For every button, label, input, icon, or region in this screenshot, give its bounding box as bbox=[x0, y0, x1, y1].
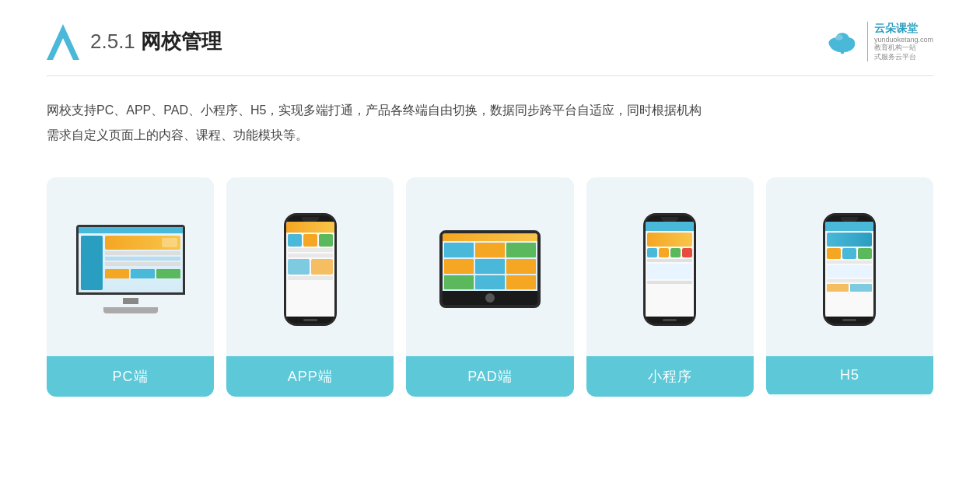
page-title: 2.5.1 网校管理 bbox=[90, 28, 222, 55]
card-h5: H5 bbox=[766, 177, 933, 397]
card-pad-label: PAD端 bbox=[406, 356, 573, 397]
brand-text: 云朵课堂 yunduoketang.com 教育机构一站 式服务云平台 bbox=[867, 22, 933, 61]
card-app-image bbox=[226, 177, 394, 356]
miniprogram-phone-mockup bbox=[643, 213, 696, 326]
yunduoke-logo-icon bbox=[825, 26, 859, 58]
card-pad-image bbox=[406, 177, 573, 356]
card-app-label: APP端 bbox=[226, 356, 394, 397]
card-h5-image bbox=[766, 177, 933, 356]
card-pad: PAD端 bbox=[406, 177, 573, 397]
miniprogram-phone-body bbox=[643, 213, 696, 326]
card-h5-label: H5 bbox=[766, 356, 933, 394]
tablet-body bbox=[439, 230, 541, 308]
h5-phone-mockup bbox=[823, 213, 876, 326]
logo-triangle-icon bbox=[47, 24, 79, 60]
platform-cards: PC端 bbox=[47, 177, 933, 397]
card-app: APP端 bbox=[226, 177, 394, 397]
app-phone-mockup bbox=[284, 213, 337, 326]
card-pc-label: PC端 bbox=[47, 356, 214, 397]
header-left: 2.5.1 网校管理 bbox=[47, 24, 222, 60]
h5-phone-body bbox=[823, 213, 876, 326]
description-text: 网校支持PC、APP、PAD、小程序、H5，实现多端打通，产品各终端自由切换，数… bbox=[47, 76, 933, 162]
card-miniprogram: 小程序 bbox=[586, 177, 754, 397]
card-miniprogram-label: 小程序 bbox=[586, 356, 754, 397]
tablet-mockup bbox=[439, 230, 541, 308]
card-pc-image bbox=[47, 177, 214, 356]
card-miniprogram-image bbox=[586, 177, 754, 356]
card-pc: PC端 bbox=[47, 177, 214, 397]
pc-screen bbox=[76, 225, 185, 295]
svg-point-6 bbox=[835, 34, 842, 40]
pc-mockup bbox=[76, 225, 185, 313]
header: 2.5.1 网校管理 bbox=[47, 0, 933, 75]
brand-logo-container: 云朵课堂 yunduoketang.com 教育机构一站 式服务云平台 bbox=[825, 22, 933, 61]
page: 2.5.1 网校管理 bbox=[0, 0, 980, 490]
app-phone-body bbox=[284, 213, 337, 326]
